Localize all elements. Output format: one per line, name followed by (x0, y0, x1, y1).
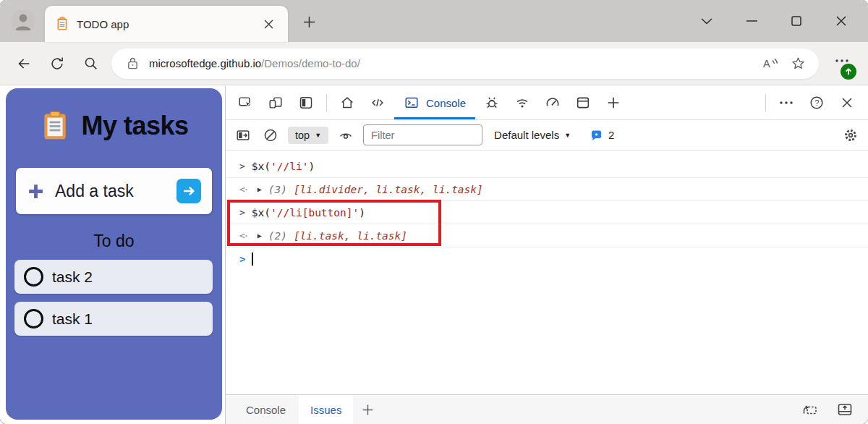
command-code: ) (359, 207, 365, 219)
search-icon[interactable] (78, 51, 103, 76)
message-count: 2 (608, 129, 614, 141)
command-string: '//li' (271, 161, 308, 172)
text-cursor (252, 253, 253, 266)
console-toolbar: top ▼ Default levels ▼ (226, 120, 868, 150)
back-button[interactable] (12, 51, 36, 76)
tab-actions-chevron-icon[interactable] (684, 0, 729, 42)
chevron-down-icon: ▼ (315, 132, 321, 139)
drawer-add-tab-icon[interactable] (354, 395, 381, 424)
clipboard-favicon (55, 17, 69, 31)
new-tab-button[interactable] (298, 12, 320, 31)
layout-panel-icon[interactable] (291, 86, 321, 119)
command-string: '//li[button]' (271, 207, 359, 219)
maximize-button[interactable] (774, 0, 819, 42)
console-messages-indicator[interactable]: 2 (590, 129, 614, 142)
welcome-home-icon[interactable] (332, 86, 362, 119)
browser-tab[interactable]: TODO app (45, 6, 288, 42)
command-code: $x( (252, 207, 271, 219)
browser-toolbar: microsoftedge.github.io/Demos/demo-to-do… (0, 42, 868, 85)
clear-console-icon[interactable] (260, 125, 281, 145)
result-count: (3) (268, 184, 287, 195)
minimize-button[interactable] (729, 0, 774, 42)
returned-value-icon: <· (239, 230, 248, 241)
console-log-area[interactable]: > $x('//li') <· ▶ (3) [li.divider, li.ta… (226, 150, 868, 394)
close-window-button[interactable] (819, 0, 864, 42)
url-text[interactable]: microsoftedge.github.io/Demos/demo-to-do… (149, 57, 754, 69)
todo-header: My tasks (6, 110, 222, 142)
application-panel-icon[interactable] (568, 86, 598, 119)
command-code: ) (308, 161, 315, 172)
clipboard-icon (39, 110, 71, 142)
live-expression-eye-icon[interactable] (336, 125, 356, 145)
profile-avatar[interactable] (12, 9, 35, 33)
elements-code-icon[interactable] (362, 86, 393, 119)
console-command-row[interactable]: > $x('//li[button]') (226, 201, 868, 224)
todo-section-title: To do (6, 232, 222, 251)
log-levels-dropdown[interactable]: Default levels ▼ (494, 129, 571, 141)
debugger-bug-icon[interactable] (477, 86, 507, 119)
tab-console[interactable]: Console (393, 86, 477, 119)
tab-close-icon[interactable] (259, 14, 278, 33)
performance-gauge-icon[interactable] (537, 86, 568, 119)
prompt-chevron-icon: > (239, 253, 245, 265)
drawer-tab-console[interactable]: Console (234, 395, 297, 424)
result-preview: [li.divider, li.task, li.task] (294, 184, 483, 195)
help-icon[interactable]: ? (801, 86, 832, 119)
lock-icon[interactable] (122, 53, 143, 75)
update-available-badge[interactable] (841, 64, 856, 80)
message-bubble-icon (590, 129, 603, 142)
more-tools-plus-icon[interactable] (598, 86, 629, 119)
chevron-down-icon: ▼ (564, 132, 571, 139)
favorites-star-icon[interactable] (787, 53, 809, 75)
console-result-row[interactable]: <· ▶ (3) [li.divider, li.task, li.task] (226, 178, 868, 201)
refresh-button[interactable] (45, 51, 69, 76)
task-row[interactable]: task 2 (14, 260, 213, 294)
expand-triangle-icon[interactable]: ▶ (258, 185, 262, 193)
task-checkbox[interactable] (24, 267, 43, 287)
task-label: task 1 (52, 310, 93, 328)
add-task-box[interactable] (16, 168, 212, 214)
devtools-menu-icon[interactable] (771, 86, 801, 119)
command-chevron-icon: > (239, 207, 245, 218)
inspect-element-icon[interactable] (230, 86, 260, 119)
console-sidebar-icon[interactable] (233, 125, 253, 145)
result-preview: [li.task, li.task] (294, 230, 407, 242)
console-command-row[interactable]: > $x('//li') (226, 155, 868, 178)
expand-triangle-icon[interactable]: ▶ (258, 232, 262, 239)
window-controls (684, 0, 864, 42)
url-path: /Demos/demo-to-do/ (261, 57, 360, 69)
title-bar: TODO app (0, 0, 868, 42)
dock-side-icon[interactable] (800, 401, 819, 418)
device-emulation-icon[interactable] (260, 86, 291, 119)
task-checkbox[interactable] (24, 309, 43, 328)
address-bar[interactable]: microsoftedge.github.io/Demos/demo-to-do… (111, 48, 819, 79)
toolbar-separator (326, 94, 327, 111)
drawer-right-controls (800, 395, 859, 424)
console-settings-gear-icon[interactable] (841, 125, 861, 145)
arrow-right-icon (182, 185, 196, 197)
drawer-tab-issues[interactable]: Issues (299, 395, 353, 424)
devtools-drawer: Console Issues (226, 394, 868, 424)
console-result-row[interactable]: <· ▶ (2) [li.task, li.task] (226, 224, 868, 247)
command-code: $x( (252, 161, 271, 172)
add-task-input[interactable] (55, 182, 166, 201)
expand-panel-icon[interactable] (836, 401, 854, 418)
returned-value-icon: <· (239, 184, 248, 195)
console-prompt[interactable]: > (226, 247, 868, 271)
content-area: My tasks To do task 2 (0, 86, 868, 424)
close-devtools-icon[interactable] (832, 86, 862, 119)
devtools-tab-bar: Console (226, 86, 868, 120)
task-label: task 2 (52, 268, 93, 286)
filter-input[interactable] (363, 124, 482, 145)
task-row[interactable]: task 1 (14, 302, 213, 336)
webpage-viewport: My tasks To do task 2 (0, 86, 225, 424)
browser-menu-button[interactable] (827, 48, 856, 80)
console-tab-label: Console (426, 97, 466, 109)
levels-label: Default levels (494, 129, 559, 141)
command-chevron-icon: > (239, 161, 245, 171)
result-count: (2) (268, 230, 287, 242)
read-aloud-icon[interactable]: A (760, 53, 781, 75)
network-wifi-icon[interactable] (507, 86, 537, 119)
submit-task-button[interactable] (176, 179, 201, 203)
context-selector[interactable]: top ▼ (288, 127, 328, 144)
